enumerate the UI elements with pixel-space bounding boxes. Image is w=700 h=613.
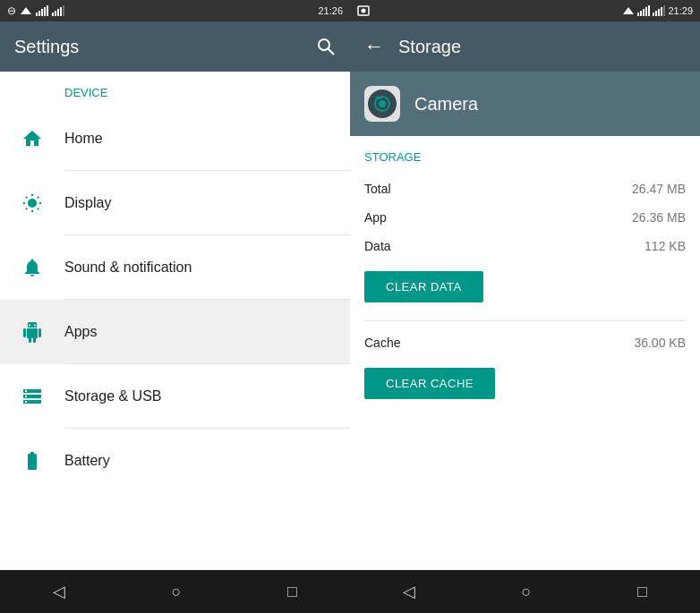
- camera-app-icon: [364, 86, 400, 122]
- svg-marker-0: [21, 7, 31, 14]
- signal-icon-right-2: [653, 5, 665, 16]
- divider: [364, 320, 686, 321]
- signal-icon: [36, 5, 48, 16]
- svg-rect-20: [645, 7, 647, 16]
- svg-rect-26: [663, 5, 665, 16]
- display-label: Display: [64, 195, 111, 211]
- svg-line-12: [329, 49, 335, 55]
- clear-data-button[interactable]: CLEAR DATA: [364, 271, 483, 302]
- wifi-icon-right: [622, 5, 635, 16]
- app-row: App 26.36 MB: [364, 203, 686, 232]
- nav-bar-left: ◁ ○ □: [0, 570, 350, 613]
- status-time-right: 21:29: [622, 5, 693, 16]
- sound-icon: [14, 250, 50, 285]
- app-bar-left: Settings: [0, 21, 350, 72]
- svg-rect-10: [63, 5, 64, 16]
- cache-label: Cache: [364, 336, 400, 350]
- back-button[interactable]: ←: [364, 35, 384, 58]
- settings-item-storage[interactable]: Storage & USB: [0, 364, 350, 429]
- svg-rect-23: [655, 11, 657, 16]
- svg-rect-7: [55, 11, 56, 16]
- svg-rect-4: [44, 7, 46, 16]
- svg-rect-8: [57, 9, 59, 16]
- home-icon: [14, 121, 50, 157]
- storage-panel: 21:29 ← Storage Camera Storage Total 26.…: [350, 0, 700, 613]
- do-not-disturb-icon: ⊖: [7, 4, 16, 17]
- svg-marker-16: [623, 7, 634, 14]
- status-time-left: 21:26: [318, 5, 343, 16]
- svg-rect-22: [653, 13, 654, 16]
- total-row: Total 26.47 MB: [364, 175, 686, 203]
- settings-item-sound[interactable]: Sound & notification: [0, 235, 350, 300]
- svg-rect-17: [637, 13, 639, 16]
- back-nav-left[interactable]: ◁: [53, 582, 65, 601]
- home-nav-right[interactable]: ○: [522, 583, 532, 601]
- svg-rect-30: [376, 97, 381, 99]
- cache-value: 36.00 KB: [634, 336, 686, 350]
- app-value: 26.36 MB: [632, 210, 686, 225]
- search-button[interactable]: [316, 37, 336, 56]
- battery-icon: [14, 443, 50, 479]
- storage-section-label: Storage: [364, 150, 686, 164]
- home-nav-left[interactable]: ○: [172, 583, 182, 601]
- storage-title: Storage: [398, 37, 461, 57]
- apps-label: Apps: [64, 324, 97, 340]
- svg-rect-9: [60, 7, 62, 16]
- svg-point-15: [362, 9, 366, 13]
- status-icons-right: [357, 5, 622, 16]
- svg-rect-2: [38, 11, 40, 16]
- svg-rect-6: [52, 13, 54, 16]
- svg-point-13: [28, 199, 37, 208]
- storage-usb-label: Storage & USB: [64, 388, 162, 404]
- svg-rect-19: [643, 9, 645, 16]
- sound-label: Sound & notification: [64, 260, 192, 276]
- svg-rect-5: [47, 5, 48, 16]
- back-nav-right[interactable]: ◁: [403, 582, 415, 601]
- total-value: 26.47 MB: [632, 182, 686, 196]
- svg-rect-24: [658, 9, 660, 16]
- svg-rect-21: [648, 5, 650, 16]
- total-label: Total: [364, 182, 391, 196]
- recent-nav-right[interactable]: □: [637, 583, 647, 601]
- settings-item-apps[interactable]: Apps: [0, 300, 350, 364]
- data-label: Data: [364, 239, 391, 253]
- svg-rect-3: [41, 9, 43, 16]
- data-value: 112 KB: [645, 239, 686, 253]
- cache-row: Cache 36.00 KB: [364, 328, 686, 357]
- settings-item-home[interactable]: Home: [0, 106, 350, 171]
- camera-app-name: Camera: [414, 94, 478, 115]
- settings-title: Settings: [14, 37, 79, 57]
- svg-rect-18: [640, 11, 642, 16]
- camera-app-header: Camera: [350, 72, 700, 136]
- signal-icon-right: [637, 5, 650, 16]
- svg-rect-25: [661, 7, 662, 16]
- settings-list: Device Home Display: [0, 72, 350, 570]
- screenshot-icon: [357, 5, 370, 16]
- settings-item-battery[interactable]: Battery: [0, 429, 350, 493]
- svg-point-11: [319, 39, 329, 50]
- recent-nav-left[interactable]: □: [287, 583, 297, 601]
- storage-details: Storage Total 26.47 MB App 26.36 MB Data…: [350, 136, 700, 570]
- status-bar-left: ⊖ 21:26: [0, 0, 350, 21]
- svg-point-29: [379, 100, 386, 107]
- display-icon: [14, 185, 50, 221]
- svg-rect-1: [36, 13, 38, 16]
- apps-icon: [14, 314, 50, 350]
- status-icons-left: ⊖: [7, 4, 318, 17]
- clear-cache-button[interactable]: CLEAR CACHE: [364, 368, 495, 399]
- app-bar-right: ← Storage: [350, 21, 700, 72]
- settings-item-display[interactable]: Display: [0, 171, 350, 235]
- settings-panel: ⊖ 21:26 Se: [0, 0, 350, 613]
- signal-icon-2: [52, 5, 64, 16]
- app-label: App: [364, 210, 387, 225]
- device-section-header: Device: [0, 72, 350, 106]
- status-bar-right: 21:29: [350, 0, 700, 21]
- nav-bar-right: ◁ ○ □: [350, 570, 700, 613]
- storage-icon: [14, 379, 50, 414]
- home-label: Home: [64, 131, 103, 147]
- data-row: Data 112 KB: [364, 232, 686, 260]
- battery-label: Battery: [64, 453, 110, 469]
- wifi-icon: [20, 5, 32, 16]
